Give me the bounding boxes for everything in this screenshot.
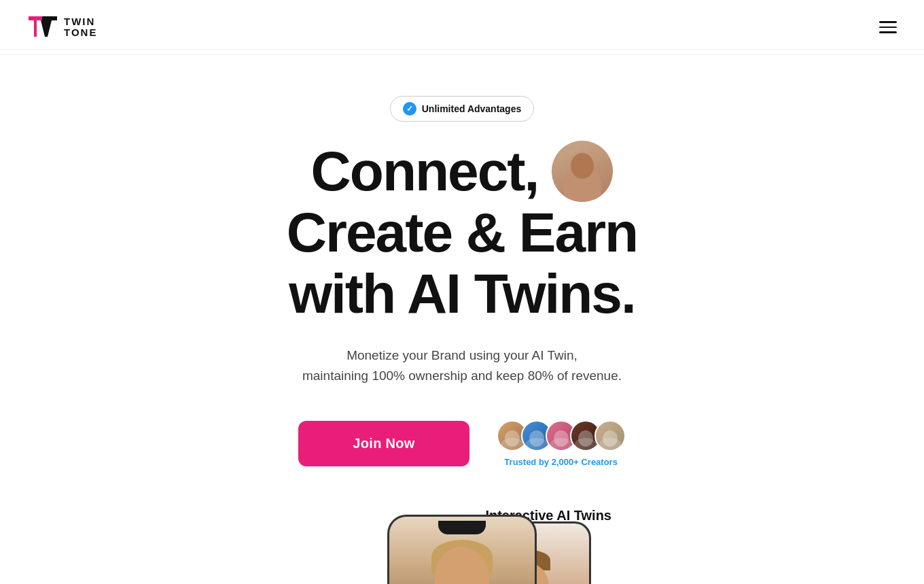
trust-block: Trusted by 2,000+ Creators bbox=[497, 420, 626, 467]
svg-marker-1 bbox=[41, 16, 57, 37]
logo-text: TWIN TONE bbox=[64, 16, 97, 39]
headline-part3: with AI Twins. bbox=[287, 263, 637, 324]
phone-face bbox=[418, 533, 506, 584]
trust-avatar-5 bbox=[594, 420, 626, 451]
logo[interactable]: TWIN TONE bbox=[27, 12, 97, 42]
headline-part2: Create & Earn bbox=[287, 202, 637, 263]
phone-notch bbox=[438, 521, 486, 534]
logo-icon bbox=[27, 12, 57, 42]
hero-subtext: Monetize your Brand using your AI Twin, … bbox=[302, 345, 622, 387]
hamburger-menu[interactable] bbox=[879, 21, 897, 33]
trust-label: Trusted by 2,000+ Creators bbox=[504, 457, 618, 467]
cta-row: Join Now bbox=[298, 420, 625, 467]
phone-mockup-front bbox=[387, 515, 537, 584]
join-now-button[interactable]: Join Now bbox=[298, 421, 469, 466]
avatar-face bbox=[552, 141, 613, 202]
header-divider bbox=[0, 49, 924, 50]
phone-section: Interactive AI Twins bbox=[292, 501, 632, 584]
badge-check-icon: ✓ bbox=[403, 102, 416, 116]
headline-block: Connect, Create & Earn with AI Twins. bbox=[287, 141, 637, 325]
hero-avatar bbox=[552, 141, 613, 202]
hero-section: ✓ Unlimited Advantages Connect, Create &… bbox=[0, 55, 924, 584]
badge-label: Unlimited Advantages bbox=[422, 103, 522, 114]
trust-avatars bbox=[497, 420, 626, 451]
svg-marker-0 bbox=[29, 16, 42, 37]
headline-row1: Connect, bbox=[287, 141, 637, 202]
badge: ✓ Unlimited Advantages bbox=[390, 96, 535, 122]
headline-part1: Connect, bbox=[311, 141, 539, 202]
